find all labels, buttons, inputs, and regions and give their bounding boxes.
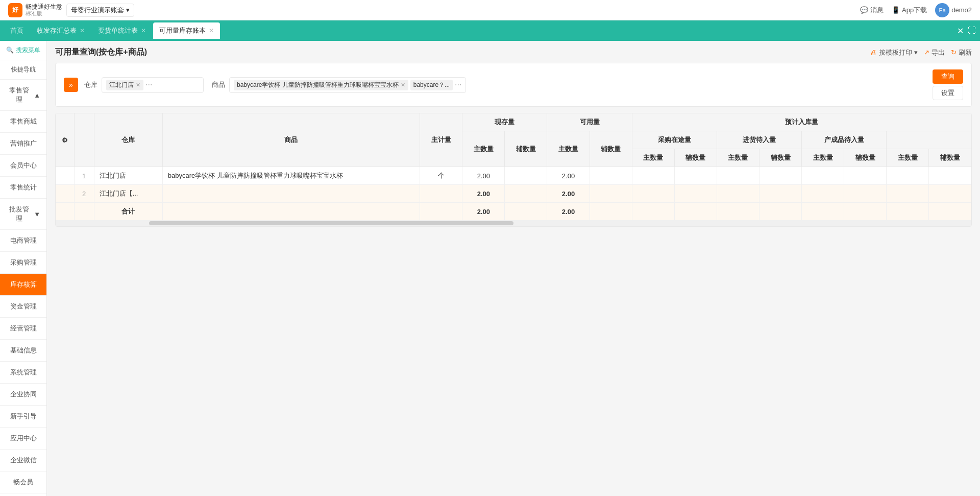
filter-area: » 仓库 江北门店 ✕ ··· 商品 [55,63,972,107]
close-tab-available-stock[interactable]: ✕ [209,27,214,34]
th-extra-sub: 辅数量 [929,149,971,167]
logo-area: 好 畅捷通好生意 标准版 [8,3,62,17]
settings-button[interactable]: 设置 [933,86,963,100]
sidebar-item-finance[interactable]: 资金管理 [0,296,46,318]
cell-warehouse-2: 江北门店【... [94,185,162,203]
th-stock-sub: 辅数量 [505,131,547,167]
th-available-group: 可用量 [547,113,632,131]
cell-purchase-main-2 [632,185,674,203]
expand-button[interactable]: ⛶ [968,26,976,36]
sidebar-item-app-center[interactable]: 应用中心 [0,428,46,450]
sidebar-item-basic-info[interactable]: 基础信息 [0,340,46,362]
print-button[interactable]: 🖨 按模板打印 ▾ [870,48,918,57]
sidebar-item-wechat[interactable]: 企业微信 [0,450,46,471]
sidebar-quick-nav[interactable]: 快捷导航 [0,60,46,80]
sidebar-item-retail-stats[interactable]: 零售统计 [0,177,46,199]
top-bar: 好 畅捷通好生意 标准版 母婴行业演示账套 ▾ 💬 消息 📱 App下载 Ea … [0,0,980,20]
export-button[interactable]: ↗ 导出 [924,48,945,57]
th-purchase-group: 采购在途量 [632,131,717,149]
th-available-sub: 辅数量 [590,131,632,167]
tab-income-summary[interactable]: 收发存汇总表 ✕ [31,22,91,39]
arrow-icon: ▲ [34,91,40,99]
footer-unit [420,203,462,221]
sidebar-item-marketing[interactable]: 营销推广 [0,133,46,155]
stock-table: ⚙ 仓库 商品 主计量 现存量 可用量 预计入库量 [56,113,971,220]
logo-text: 畅捷通好生意 标准版 [26,3,62,17]
close-tab-order-stats[interactable]: ✕ [141,27,146,34]
warehouse-more[interactable]: ··· [145,80,152,89]
footer-production-main [802,203,844,221]
industry-selector[interactable]: 母婴行业演示账套 ▾ [66,4,134,17]
sidebar-item-business-mgmt[interactable]: 经营管理 [0,318,46,340]
tab-available-stock[interactable]: 可用量库存账本 ✕ [153,22,220,39]
content-area: 可用量查询(按仓库+商品) 🖨 按模板打印 ▾ ↗ 导出 ↻ 刷新 [47,41,980,496]
data-table: ⚙ 仓库 商品 主计量 现存量 可用量 预计入库量 [55,113,972,227]
tab-order-stats[interactable]: 要货单统计表 ✕ [92,22,152,39]
remove-warehouse-tag[interactable]: ✕ [136,82,140,88]
search-icon: 🔍 [6,46,14,54]
cell-extra-main-2 [887,185,929,203]
cell-extra-sub-1 [929,167,971,185]
sidebar-item-member-center[interactable]: 会员中心 [0,155,46,177]
refresh-button[interactable]: ↻ 刷新 [951,48,972,57]
th-index [74,113,94,167]
main-layout: 🔍 搜索菜单 快捷导航 零售管理 ▲ 零售商城 营销推广 会员中心 零售统计 批… [0,41,980,496]
filter-toggle-button[interactable]: » [64,78,78,92]
sidebar-search[interactable]: 🔍 搜索菜单 [0,41,46,60]
sidebar-item-inventory[interactable]: 库存核算 [0,274,46,296]
th-incoming-main: 主数量 [717,149,759,167]
content-inner: 可用量查询(按仓库+商品) 🖨 按模板打印 ▾ ↗ 导出 ↻ 刷新 [47,41,980,496]
sidebar-item-ecommerce[interactable]: 电商管理 [0,230,46,252]
th-purchase-sub: 辅数量 [674,149,717,167]
sidebar-item-new-guide[interactable]: 新手引导 [0,406,46,428]
user-avatar-area[interactable]: Ea demo2 [935,3,972,17]
sidebar-item-purchase-mgmt[interactable]: 采购管理 [0,252,46,274]
table-row: 2 江北门店【... 2.00 2.00 [56,185,971,203]
footer-stock-main: 2.00 [462,203,505,221]
th-available-main: 主数量 [547,131,590,167]
horizontal-scrollbar[interactable] [56,220,971,226]
th-product: 商品 [162,113,420,167]
th-extra-main: 主数量 [887,149,929,167]
close-tab-income-summary[interactable]: ✕ [80,27,85,34]
cell-production-sub-2 [844,185,887,203]
sidebar-item-wholesale-mgmt[interactable]: 批发管理 ▼ [0,199,46,230]
cell-index-1: 1 [74,167,94,185]
cell-settings-2 [56,185,74,203]
filter-product: 商品 babycare学饮杯 儿童防摔防撞吸管杯重力球吸嘴杯宝宝水杯 ✕ bab… [212,77,466,93]
remove-product-tag-1[interactable]: ✕ [401,82,405,88]
cell-production-sub-1 [844,167,887,185]
product-input[interactable]: babycare学饮杯 儿童防摔防撞吸管杯重力球吸嘴杯宝宝水杯 ✕ babyca… [229,77,466,93]
sidebar-item-retail-mall[interactable]: 零售商城 [0,111,46,133]
mobile-icon: 📱 [892,6,900,14]
footer-incoming-sub [760,203,802,221]
close-all-tabs-button[interactable]: ✕ [957,26,964,36]
cell-stock-sub-1 [505,167,547,185]
filter-actions: 查询 设置 [933,69,963,100]
sidebar-item-system-mgmt[interactable]: 系统管理 [0,362,46,384]
table-row: 1 江北门店 babycare学饮杯 儿童防摔防撞吸管杯重力球吸嘴杯宝宝水杯 个… [56,167,971,185]
scrollbar-thumb[interactable] [149,221,513,225]
message-button[interactable]: 💬 消息 [860,6,884,15]
cell-settings-1 [56,167,74,185]
app-download-button[interactable]: 📱 App下载 [892,6,927,15]
table-scroll[interactable]: ⚙ 仓库 商品 主计量 现存量 可用量 预计入库量 [56,113,971,220]
warehouse-input[interactable]: 江北门店 ✕ ··· [102,77,204,93]
cell-available-main-1: 2.00 [547,167,590,185]
footer-purchase-sub [674,203,717,221]
tab-home[interactable]: 首页 [4,22,30,39]
footer-cell-0 [56,203,74,221]
sidebar-item-enterprise[interactable]: 企业协同 [0,384,46,406]
cell-purchase-main-1 [632,167,674,185]
product-more[interactable]: ··· [455,80,461,89]
th-production-sub: 辅数量 [844,149,887,167]
refresh-icon: ↻ [951,49,957,56]
th-settings[interactable]: ⚙ [56,113,74,167]
sidebar-item-member[interactable]: 畅会员 [0,471,46,493]
query-button[interactable]: 查询 [933,69,963,84]
filter-row: 仓库 江北门店 ✕ ··· 商品 bab [84,77,926,93]
sidebar-item-retail-mgmt[interactable]: 零售管理 ▲ [0,80,46,111]
cell-product-1: babycare学饮杯 儿童防摔防撞吸管杯重力球吸嘴杯宝宝水杯 [162,167,420,185]
footer-extra-main [887,203,929,221]
footer-label: 合计 [94,203,162,221]
